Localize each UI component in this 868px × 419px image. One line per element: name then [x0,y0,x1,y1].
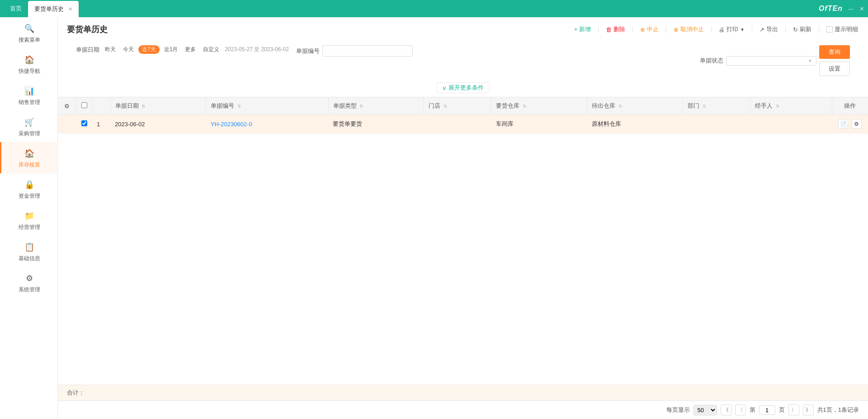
th-type[interactable]: 单据类型 ⇅ [328,97,424,115]
expand-more-row: ∨ 展开更多条件 [67,80,859,97]
next-page-button[interactable]: 〉 [788,405,799,415]
page-size-label: 每页显示 [666,406,690,414]
export-label: 导出 [766,25,778,33]
sidebar-item-basic-info[interactable]: 📋 基础信息 [0,236,57,267]
sidebar-item-label: 销售管理 [19,99,40,106]
query-button[interactable]: 查询 [819,45,850,59]
window-minimize[interactable]: — [848,5,854,12]
th-pending-warehouse[interactable]: 待出仓库 ⇅ [587,97,683,115]
sort-icon: ⇅ [359,104,363,109]
delete-label: 删除 [613,25,625,33]
sidebar-item-sales-mgmt[interactable]: 📊 销售管理 [0,80,57,111]
setting-button[interactable]: 设置 [819,62,850,76]
date-btn-yesterday[interactable]: 昨天 [102,45,118,54]
print-button[interactable]: 🖨 打印 ▼ [718,24,745,35]
sidebar-item-label: 库存核算 [19,161,40,169]
summary-label: 合计： [67,389,85,396]
sort-icon: ⇅ [237,104,241,109]
cancel-stop-button[interactable]: ⊗ 取消中止 [673,24,705,35]
page-number-input[interactable] [759,405,775,415]
toolbar: + 新增 🗑 删除 ⊗ 中止 ⊗ 取消中止 [573,24,859,35]
sidebar-item-search-menu[interactable]: 🔍 搜索菜单 [0,17,57,48]
th-settings[interactable]: ⚙ [58,97,76,115]
th-checkbox[interactable] [76,97,92,115]
new-button[interactable]: + 新增 [573,24,592,35]
table-row[interactable]: 1 2023-06-02 YH-20230602-0 要货单要货 [58,115,868,133]
sidebar-item-label: 快捷导航 [19,67,40,75]
date-btn-custom[interactable]: 自定义 [200,45,222,54]
sidebar-item-quick-nav[interactable]: 🏠 快捷导航 [0,48,57,80]
sidebar-item-system-mgmt[interactable]: ⚙ 系统管理 [0,267,57,298]
date-btn-today[interactable]: 今天 [120,45,137,54]
tab-home[interactable]: 首页 [4,0,28,17]
expand-more-label: 展开更多条件 [448,84,484,92]
select-all-checkbox[interactable] [81,102,87,108]
cancel-stop-icon: ⊗ [674,26,679,33]
order-no-filter-group: 单据编号 [296,45,413,57]
td-no: YH-20230602-0 [206,115,328,133]
divider [598,26,599,33]
sidebar-item-inventory[interactable]: 🏠 库存核算 [0,142,57,173]
td-dept [683,115,750,133]
show-detail-checkbox[interactable] [826,26,833,33]
date-shortcuts: 昨天 今天 近7天 近1月 更多 自定义 [102,45,222,54]
prev-page-button[interactable]: 〈 [735,405,746,415]
td-checkbox[interactable] [76,115,92,133]
date-btn-7days[interactable]: 近7天 [138,45,160,54]
content-area: 要货单历史 + 新增 🗑 删除 ⊗ 中止 ⊗ [58,17,868,419]
th-no[interactable]: 单据编号 ⇅ [206,97,328,115]
filter-bar: 单据日期 昨天 今天 近7天 近1月 更多 自定义 2023-05-27 至 2… [67,41,859,80]
export-button[interactable]: ↗ 导出 [759,24,779,35]
tab-close-icon[interactable]: ✕ [68,6,72,12]
delete-button[interactable]: 🗑 删除 [605,24,626,35]
sidebar-item-finance-mgmt[interactable]: 🔒 资金管理 [0,173,57,205]
search-icon: 🔍 [24,24,34,33]
tab-order-history[interactable]: 要货单历史 ✕ [28,1,79,17]
td-date: 2023-06-02 [110,115,206,133]
tab-bar-right: OfTEn — ✕ [819,5,864,13]
td-handler [750,115,832,133]
th-index [92,97,110,115]
status-select[interactable]: ▼ [726,56,816,66]
window-close[interactable]: ✕ [859,5,864,12]
first-page-button[interactable]: 《 [721,405,731,415]
tab-home-label: 首页 [10,5,22,13]
row-delete-button[interactable]: ⚙ [852,119,862,129]
date-btn-1month[interactable]: 近1月 [161,45,181,54]
order-no-input[interactable] [322,45,413,57]
stop-label: 中止 [647,25,659,33]
th-handler[interactable]: 经手人 ⇅ [750,97,832,115]
td-store [424,115,491,133]
divider [711,26,712,33]
refresh-icon: ↻ [793,26,798,33]
sidebar-item-operation-mgmt[interactable]: 📁 经营管理 [0,205,57,236]
data-table: ⚙ 单据日期 ⇅ 单据编号 ⇅ [58,97,868,133]
divider [666,26,666,33]
status-label: 单据状态 [700,57,723,65]
sort-icon: ⇅ [443,104,447,109]
stop-button[interactable]: ⊗ 中止 [639,24,660,35]
sidebar-item-purchase-mgmt[interactable]: 🛒 采购管理 [0,111,57,142]
row-edit-button[interactable]: 📄 [838,119,848,129]
sort-icon: ⇅ [776,104,779,109]
refresh-button[interactable]: ↻ 刷新 [792,24,812,35]
order-no-link[interactable]: YH-20230602-0 [211,121,252,128]
page-label: 第 [750,406,755,414]
page-title-row: 要货单历史 + 新增 🗑 删除 ⊗ 中止 ⊗ [67,24,859,35]
th-store[interactable]: 门店 ⇅ [424,97,491,115]
sidebar-item-label: 经营管理 [19,224,40,231]
show-detail-button[interactable]: 显示明细 [826,24,859,35]
th-req-warehouse[interactable]: 要货仓库 ⇅ [491,97,587,115]
th-date[interactable]: 单据日期 ⇅ [110,97,206,115]
expand-more-button[interactable]: ∨ 展开更多条件 [436,82,490,93]
tab-bar: 首页 要货单历史 ✕ OfTEn — ✕ [0,0,868,17]
page-size-select[interactable]: 20 50 100 [693,405,717,415]
td-type: 要货单要货 [328,115,424,133]
th-dept[interactable]: 部门 ⇅ [683,97,750,115]
sort-icon: ⇅ [142,104,145,109]
row-checkbox[interactable] [81,120,87,126]
print-icon: 🖨 [719,26,725,33]
date-btn-more[interactable]: 更多 [182,45,198,54]
last-page-button[interactable]: 》 [803,405,814,415]
table-header-row: ⚙ 单据日期 ⇅ 单据编号 ⇅ [58,97,868,115]
